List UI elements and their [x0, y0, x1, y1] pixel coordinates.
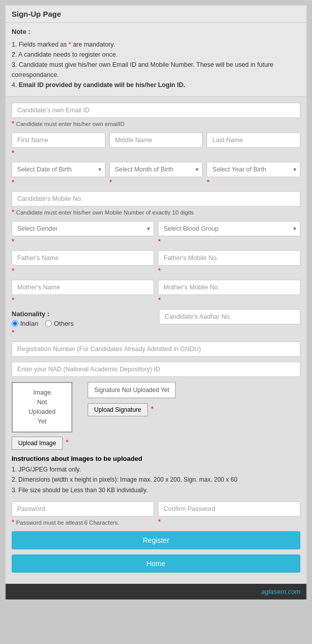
upload-signature-required: * [151, 405, 153, 413]
nad-input[interactable] [12, 362, 300, 377]
password-hint: Password must be atleast 6 Characters. [16, 520, 120, 526]
father-mobile-input[interactable] [158, 250, 300, 266]
yob-required: * [207, 178, 209, 186]
confirm-password-required: * [158, 518, 161, 526]
mob-select[interactable]: Select Month of Birth [109, 162, 203, 177]
aadhar-input[interactable] [159, 309, 300, 324]
mother-name-required: * [12, 296, 14, 304]
last-name-input[interactable] [207, 133, 300, 148]
note-line-4: 4. Email ID provided by candidate will b… [12, 80, 300, 90]
father-name-input[interactable] [12, 250, 154, 266]
blood-group-required: * [158, 237, 161, 245]
mobile-input[interactable] [12, 191, 300, 206]
dob-required: * [12, 178, 14, 186]
radio-indian-text: Indian [20, 320, 38, 327]
dob-select[interactable]: Select Date of Birth [12, 162, 105, 177]
first-name-required: * [12, 149, 14, 157]
instruction-2: 2. Dimensions (width x height in pixels)… [12, 475, 300, 485]
instruction-3: 3. File size should be Less than 30 KB i… [12, 485, 300, 495]
confirm-password-input[interactable] [158, 501, 300, 517]
gender-required: * [12, 237, 14, 245]
note-line-3: 3. Candidate must give his/her own Email… [12, 60, 300, 80]
password-input[interactable] [12, 501, 154, 517]
mobile-hint: Candidate must enter his/her own Mobile … [16, 209, 194, 216]
footer-brand: aglasem.com [261, 588, 300, 595]
upload-image-btn[interactable]: Upload Image [12, 437, 63, 450]
upload-signature-btn[interactable]: Upload Signature [88, 403, 148, 416]
radio-others-label[interactable]: Others [45, 320, 73, 327]
radio-others[interactable] [45, 320, 52, 327]
instructions-title: Instructions about Images to be uploaded [12, 455, 300, 462]
instruction-1: 1. JPG/JPEG format only. [12, 464, 300, 475]
radio-indian-label[interactable]: Indian [12, 320, 38, 327]
nationality-label: Nationality : [12, 310, 153, 318]
father-name-required: * [12, 267, 14, 275]
gender-select[interactable]: Select Gender [12, 221, 154, 236]
nationality-required: * [12, 328, 14, 336]
image-upload-box: ImageNotUploadedYet [12, 382, 72, 433]
registration-input[interactable] [12, 341, 300, 357]
note-line-1: 1. Fields marked as * are mandatory. [12, 39, 300, 50]
mob-required: * [109, 178, 112, 186]
upload-image-required: * [66, 438, 68, 446]
first-name-input[interactable] [12, 133, 105, 148]
middle-name-input[interactable] [109, 133, 203, 148]
email-input[interactable] [12, 103, 300, 118]
page-title: Sign-Up Page [12, 10, 300, 18]
note-title: Note : [12, 27, 300, 37]
email-hint: Candidate must enter his/her own emailID [16, 121, 125, 127]
register-button[interactable]: Register [12, 531, 300, 549]
radio-others-text: Others [54, 320, 73, 327]
home-button[interactable]: Home [12, 554, 300, 573]
signature-not-uploaded-text: Signature Not Uploaded Yet [88, 382, 176, 398]
mother-name-input[interactable] [12, 280, 154, 295]
mother-mobile-input[interactable] [158, 280, 300, 295]
image-not-uploaded-text: ImageNotUploadedYet [23, 383, 61, 431]
yob-select[interactable]: Select Year of Birth [207, 162, 300, 177]
father-mobile-required: * [158, 267, 161, 275]
note-line-2: 2. A candidate needs to register once. [12, 50, 300, 60]
radio-indian[interactable] [12, 320, 18, 327]
mother-mobile-required: * [158, 296, 161, 304]
blood-group-select[interactable]: Select Blood Group [158, 221, 300, 236]
